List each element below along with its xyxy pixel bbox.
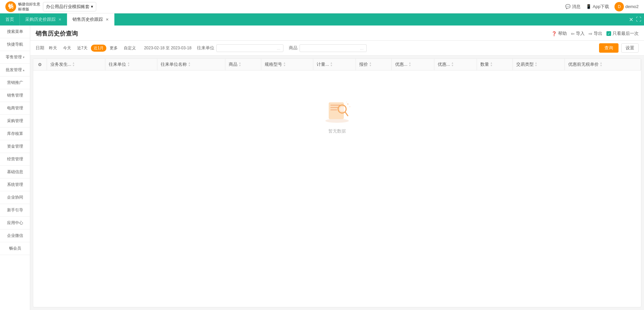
tab-home[interactable]: 首页 xyxy=(0,13,20,25)
col-partner-name[interactable]: 往来单位名称 ▲▼ xyxy=(157,59,225,70)
tab-bar: 首页 采购历史价跟踪 ✕ 销售历史价跟踪 ✕ ✕ ⛶ xyxy=(0,13,644,25)
svg-point-7 xyxy=(340,107,344,111)
col-partner-code[interactable]: 往来单位 ▲▼ xyxy=(105,59,157,70)
sort-icon: ▲▼ xyxy=(600,62,602,67)
sidebar-item-label: 应用中心 xyxy=(7,220,23,226)
sidebar-item-operations[interactable]: 经营管理 xyxy=(0,153,30,166)
company-selector[interactable]: 办公用品行业模拟账套 ▾ xyxy=(43,2,96,11)
tab-purchase-history[interactable]: 采购历史价跟踪 ✕ xyxy=(20,13,67,25)
export-icon: ⇨ xyxy=(589,31,592,36)
svg-point-0 xyxy=(325,119,349,123)
sidebar-item-label: 系统管理 xyxy=(7,182,23,188)
app-download-button[interactable]: 📱 App下载 xyxy=(586,4,609,10)
message-button[interactable]: 💬 消息 xyxy=(565,4,581,10)
date-opt-yesterday[interactable]: 昨天 xyxy=(46,45,60,52)
query-button[interactable]: 查询 xyxy=(599,43,619,53)
empty-text: 暂无数据 xyxy=(328,128,346,134)
main-layout: 搜索菜单 快捷导航 零售管理 ▾ 批发管理 ▴ 营销推广 销售管理 电商管理 采… xyxy=(0,25,644,310)
sidebar-item-retail-mgmt[interactable]: 零售管理 ▾ xyxy=(0,51,30,64)
sidebar-item-basics[interactable]: 基础信息 xyxy=(0,166,30,178)
col-spec[interactable]: 规格型号 ▲▼ xyxy=(261,59,313,70)
tab-sales-history-label: 销售历史价跟踪 xyxy=(72,16,103,22)
svg-point-8 xyxy=(347,103,348,105)
sidebar-item-sales-mgmt[interactable]: 销售管理 xyxy=(0,89,30,102)
logo-text: 畅捷信好生意 标准版 xyxy=(18,2,40,11)
setting-button[interactable]: 设置 xyxy=(621,43,639,53)
avatar: D xyxy=(614,2,624,11)
only-last-checkbox[interactable]: ✓ 只看最后一次 xyxy=(606,31,639,37)
col-quote-price[interactable]: 报价 ▲▼ xyxy=(356,59,392,70)
sort-icon: ▲▼ xyxy=(330,62,333,67)
sidebar-item-enterprise[interactable]: 企业协同 xyxy=(0,191,30,204)
empty-illustration xyxy=(320,97,354,124)
sort-icon: ▲▼ xyxy=(283,62,286,67)
col-quantity[interactable]: 数量 ▲▼ xyxy=(477,59,513,70)
partner-filter-group: 往来单位 ... xyxy=(197,44,283,52)
tab-bar-actions: ✕ ⛶ xyxy=(629,13,644,25)
page-actions: ❓ 帮助 ⇦ 导入 ⇨ 导出 ✓ 只看最后一次 xyxy=(551,31,639,37)
tab-sales-history-close[interactable]: ✕ xyxy=(106,17,109,22)
content-area: 销售历史价查询 ❓ 帮助 ⇦ 导入 ⇨ 导出 ✓ 只看最后一次 xyxy=(30,25,644,310)
sidebar-item-wholesale-mgmt[interactable]: 批发管理 ▴ xyxy=(0,64,30,76)
sidebar: 搜索菜单 快捷导航 零售管理 ▾ 批发管理 ▴ 营销推广 销售管理 电商管理 采… xyxy=(0,25,30,310)
logo-area: 畅 畅捷信好生意 标准版 xyxy=(5,1,40,12)
col-biz-date[interactable]: 业务发生... ▲▼ xyxy=(47,59,105,70)
help-button[interactable]: ❓ 帮助 xyxy=(551,31,567,37)
svg-rect-2 xyxy=(330,105,340,106)
col-discount2[interactable]: 优惠... ▲▼ xyxy=(434,59,477,70)
sidebar-item-label: 搜索菜单 xyxy=(7,29,23,35)
date-opt-last7days[interactable]: 近7天 xyxy=(74,45,90,52)
date-opt-custom[interactable]: 自定义 xyxy=(121,45,139,52)
checkbox-icon: ✓ xyxy=(606,31,611,36)
expand-icon[interactable]: ⛶ xyxy=(636,16,641,22)
tab-sales-history[interactable]: 销售历史价跟踪 ✕ xyxy=(67,13,114,25)
svg-point-9 xyxy=(349,106,350,107)
sidebar-item-inventory[interactable]: 库存核算 xyxy=(0,127,30,140)
sidebar-item-label: 采购管理 xyxy=(7,118,23,124)
col-pre-tax-price[interactable]: 优惠前无税单价 ▲▼ xyxy=(565,59,641,70)
partner-input-dots: ... xyxy=(277,46,280,51)
date-opt-more[interactable]: 更多 xyxy=(107,45,120,52)
sidebar-item-label: 快捷导航 xyxy=(7,42,23,47)
col-discount1[interactable]: 优惠... ▲▼ xyxy=(392,59,434,70)
sidebar-item-label: 库存核算 xyxy=(7,131,23,137)
goods-input[interactable]: ... xyxy=(300,44,367,52)
sidebar-item-purchase-mgmt[interactable]: 采购管理 xyxy=(0,115,30,127)
sidebar-item-label: 营销推广 xyxy=(7,80,23,86)
date-opt-today[interactable]: 今天 xyxy=(60,45,74,52)
col-trade-type[interactable]: 交易类型 ▲▼ xyxy=(513,59,565,70)
date-opt-last1month[interactable]: 近1月 xyxy=(91,45,107,52)
sort-icon: ▲▼ xyxy=(127,62,130,67)
close-all-icon[interactable]: ✕ xyxy=(629,16,633,23)
sidebar-item-label: 销售管理 xyxy=(7,93,23,98)
partner-label: 往来单位 xyxy=(197,45,214,51)
logo-icon: 畅 xyxy=(5,1,16,12)
data-table: ⚙ 业务发生... ▲▼ 往来单位 ▲▼ xyxy=(33,59,641,161)
partner-input[interactable]: ... xyxy=(216,44,283,52)
sidebar-item-label: 电商管理 xyxy=(7,105,23,111)
user-menu[interactable]: D demo2 xyxy=(614,2,639,11)
empty-state: 暂无数据 xyxy=(33,70,641,161)
sidebar-item-marketing[interactable]: 营销推广 xyxy=(0,76,30,89)
sidebar-item-system[interactable]: 系统管理 xyxy=(0,178,30,191)
col-unit[interactable]: 计量... ▲▼ xyxy=(313,59,356,70)
sidebar-item-quick-nav[interactable]: 快捷导航 xyxy=(0,38,30,51)
sidebar-item-label: 经营管理 xyxy=(7,156,23,162)
sidebar-item-app-center[interactable]: 应用中心 xyxy=(0,217,30,229)
sidebar-item-finance[interactable]: 资金管理 xyxy=(0,140,30,153)
sort-icon: ▲▼ xyxy=(535,62,537,67)
sidebar-item-guide[interactable]: 新手引导 xyxy=(0,204,30,217)
message-icon: 💬 xyxy=(565,4,571,9)
export-button[interactable]: ⇨ 导出 xyxy=(589,31,602,37)
col-goods[interactable]: 商品 ▲▼ xyxy=(225,59,261,70)
sidebar-item-member[interactable]: 畅会员 xyxy=(0,242,30,255)
tab-purchase-history-close[interactable]: ✕ xyxy=(58,17,61,22)
col-settings[interactable]: ⚙ xyxy=(33,59,47,70)
svg-line-6 xyxy=(345,112,348,116)
sidebar-item-wechat[interactable]: 企业微信 xyxy=(0,229,30,242)
sort-icon: ▲▼ xyxy=(451,62,454,67)
sidebar-item-search-menu[interactable]: 搜索菜单 xyxy=(0,25,30,38)
sidebar-item-ecommerce[interactable]: 电商管理 xyxy=(0,102,30,115)
import-button[interactable]: ⇦ 导入 xyxy=(571,31,585,37)
table-header-row: ⚙ 业务发生... ▲▼ 往来单位 ▲▼ xyxy=(33,59,641,70)
